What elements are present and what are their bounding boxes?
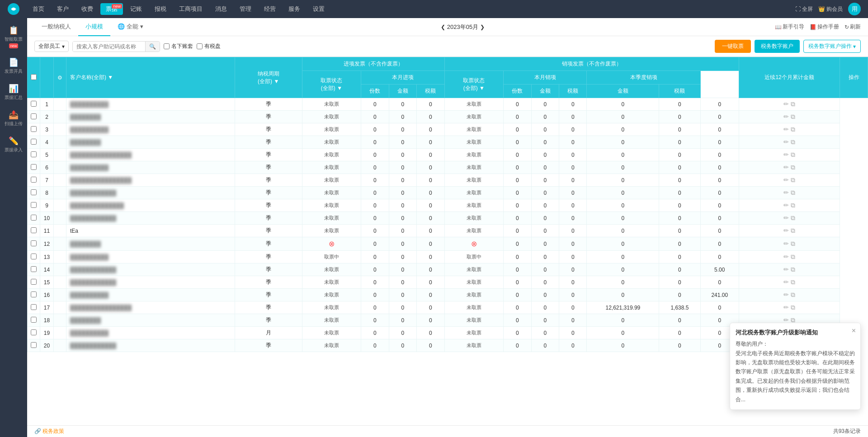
taxdisk-checkbox[interactable] [197,43,203,49]
edit-icon[interactable]: ✏ [783,164,789,171]
nav-settings[interactable]: 设置 [307,3,330,15]
row-checkbox[interactable] [31,177,37,183]
row-checkbox[interactable] [31,189,37,195]
row-checkbox[interactable] [31,164,37,170]
edit-icon[interactable]: ✏ [783,227,789,234]
row-checkbox[interactable] [31,266,37,272]
copy-icon[interactable]: ⧉ [791,266,795,273]
sidebar-item-invoice-entry[interactable]: ✏️ 票据录入 [2,132,25,157]
copy-icon[interactable]: ⧉ [791,151,795,158]
nav-operation[interactable]: 经营 [259,3,281,15]
row-checkbox[interactable] [31,329,37,335]
checkbox-taxdisk-filter[interactable]: 有税盘 [197,42,221,50]
search-btn[interactable]: 🔍 [145,42,160,52]
cell-output-status: 未取票 [444,161,503,174]
edit-icon[interactable]: ✏ [783,214,789,221]
next-period-btn[interactable]: ❯ [480,24,485,30]
edit-icon[interactable]: ✏ [783,304,789,311]
nav-business[interactable]: 工商项目 [174,3,208,15]
row-checkbox[interactable] [31,317,37,323]
manual-btn[interactable]: 📕 操作手册 [810,23,839,31]
nav-home[interactable]: 首页 [27,3,50,15]
nav-accounting[interactable]: 记账 [125,3,147,15]
edit-icon[interactable]: ✏ [783,202,789,209]
logo-icon[interactable] [7,3,20,15]
copy-icon[interactable]: ⧉ [791,100,795,108]
row-checkbox[interactable] [31,342,37,348]
cell-period: 月 [235,327,302,339]
copy-icon[interactable]: ⧉ [791,164,795,171]
copy-icon[interactable]: ⧉ [791,138,795,146]
copy-icon[interactable]: ⧉ [791,278,795,286]
account-checkbox[interactable] [164,43,170,49]
copy-icon[interactable]: ⧉ [791,176,795,183]
prev-period-btn[interactable]: ❮ [441,24,445,30]
row-checkbox[interactable] [31,151,37,157]
row-checkbox[interactable] [31,139,37,145]
digital-ops-btn[interactable]: 税务数字账户操作 ▾ [803,40,861,53]
edit-icon[interactable]: ✏ [783,291,789,298]
sidebar-item-invoice-open[interactable]: 📄 发票开具 [2,54,25,78]
digital-account-btn[interactable]: 税务数字账户 [755,40,800,53]
edit-icon[interactable]: ✏ [783,151,789,158]
copy-icon[interactable]: ⧉ [791,253,795,260]
copy-icon[interactable]: ⧉ [791,304,795,311]
tab-all[interactable]: 🌐 全能 ▾ [110,18,151,36]
row-checkbox[interactable] [31,240,37,246]
refresh-btn[interactable]: ↻ 刷新 [844,23,861,31]
cell-in-count: 0 [361,174,389,187]
row-checkbox[interactable] [31,126,37,132]
row-checkbox[interactable] [31,254,37,259]
copy-icon[interactable]: ⧉ [791,291,795,298]
nav-invoice[interactable]: 票据 new [100,3,123,15]
notification-close-btn[interactable]: × [852,327,856,335]
cell-in-amount: 0 [389,339,416,352]
guide-btn[interactable]: 📖 新手引导 [775,23,804,31]
edit-icon[interactable]: ✏ [783,253,789,260]
edit-icon[interactable]: ✏ [783,240,789,247]
copy-icon[interactable]: ⧉ [791,240,795,247]
search-input[interactable] [73,42,145,52]
row-checkbox[interactable] [31,202,37,208]
copy-icon[interactable]: ⧉ [791,202,795,209]
one-click-btn[interactable]: 一键取票 [715,40,751,53]
copy-icon[interactable]: ⧉ [791,227,795,234]
nav-service[interactable]: 服务 [283,3,306,15]
edit-icon[interactable]: ✏ [783,126,789,133]
nav-manage[interactable]: 管理 [234,3,257,15]
edit-icon[interactable]: ✏ [783,278,789,286]
nav-billing[interactable]: 收费 [76,3,99,15]
row-checkbox[interactable] [31,113,37,119]
nav-message[interactable]: 消息 [210,3,232,15]
checkbox-account-filter[interactable]: 名下账套 [164,42,193,50]
row-checkbox[interactable] [31,304,37,310]
row-checkbox[interactable] [31,101,37,107]
edit-icon[interactable]: ✏ [783,100,789,108]
nav-tax[interactable]: 报税 [149,3,172,15]
fullscreen-btn[interactable]: ⛶ 全屏 [795,5,813,13]
avatar[interactable]: 用 [848,3,861,15]
sidebar-item-smart-ticket[interactable]: 📋 智能取票 new [2,22,25,52]
edit-icon[interactable]: ✏ [783,266,789,273]
tab-general-taxpayer[interactable]: 一般纳税人 [34,18,78,36]
row-checkbox[interactable] [31,215,37,221]
tab-small-scale[interactable]: 小规模 [78,18,110,36]
copy-icon[interactable]: ⧉ [791,126,795,133]
nav-customer[interactable]: 客户 [52,3,74,15]
edit-icon[interactable]: ✏ [783,138,789,146]
edit-icon[interactable]: ✏ [783,189,789,196]
copy-icon[interactable]: ⧉ [791,189,795,196]
tax-policy-link[interactable]: 🔗 税务政策 [34,428,64,435]
row-checkbox[interactable] [31,279,37,285]
select-all-checkbox[interactable] [31,74,37,80]
edit-icon[interactable]: ✏ [783,113,789,120]
row-checkbox[interactable] [31,291,37,297]
employee-filter[interactable]: 全部员工 ▾ [34,41,69,52]
sidebar-item-scan-upload[interactable]: 📤 扫描上传 [2,106,25,131]
edit-icon[interactable]: ✏ [783,176,789,183]
copy-icon[interactable]: ⧉ [791,214,795,221]
sidebar-item-invoice-summary[interactable]: 📊 票据汇总 [2,80,25,104]
copy-icon[interactable]: ⧉ [791,113,795,120]
member-btn[interactable]: 👑 购会员 [818,5,843,13]
row-checkbox[interactable] [31,227,37,233]
